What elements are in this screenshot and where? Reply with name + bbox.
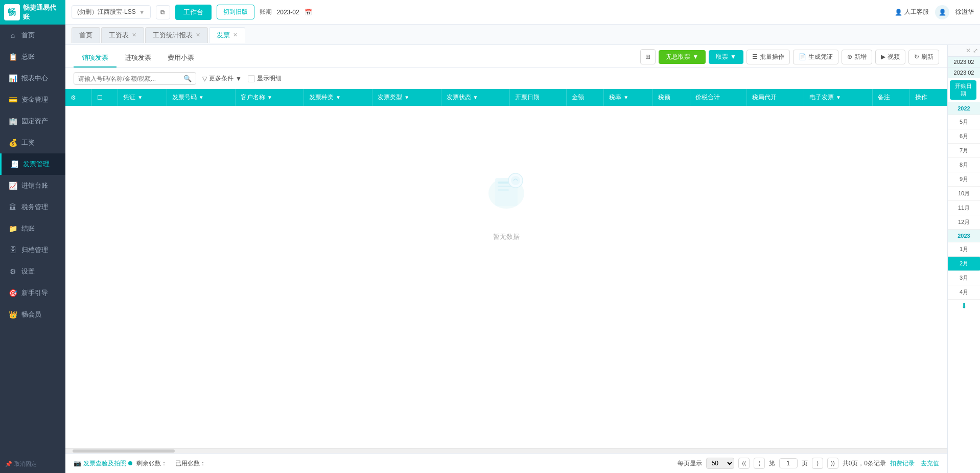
sidebar-item-member[interactable]: 👑 畅会员 [0,304,65,325]
month-2023-01[interactable]: 1月 [948,242,980,257]
sidebar-item-invoice[interactable]: 🧾 发票管理 [0,153,65,175]
col-invoice-type[interactable]: 发票种类▼ [304,89,372,106]
switch-version-button[interactable]: 切到旧版 [217,5,254,19]
first-page-button[interactable]: ⟨⟨ [738,458,750,469]
topbar-right: 👤 人工客服 👤 徐溢华 [895,5,974,19]
col-invoice-no[interactable]: 发票号码▼ [167,89,235,106]
assets-icon: 🏢 [8,117,17,125]
grid-settings-button[interactable]: ⊞ [640,49,656,64]
deduct-record-link[interactable]: 扣费记录 [890,459,915,468]
sidebar-item-ledger[interactable]: 📋 总账 [0,46,65,67]
sidebar-item-close[interactable]: 📁 结账 [0,218,65,239]
more-conditions-button[interactable]: ▽ 更多条件 ▼ [202,74,242,83]
col-checkbox[interactable]: ☐ [91,89,118,106]
horizontal-scrollbar[interactable] [65,448,947,453]
sidebar-item-funds[interactable]: 💳 资金管理 [0,89,65,110]
empty-state: 暂无数据 [65,106,947,300]
col-invoice-category[interactable]: 发票类型▼ [372,89,441,106]
gen-voucher-label: 生成凭证 [808,53,833,61]
sub-tab-sales[interactable]: 销项发票 [74,49,116,67]
check-icon: 📷 [74,460,81,467]
month-2022-07[interactable]: 7月 [948,144,980,158]
invoice-table-wrap: ⚙ ☐ 凭证▼ 发票号码▼ 客户名称▼ 发票种类▼ 发票类型▼ 发票状态▼ 开票… [65,89,947,448]
home-icon: ⌂ [8,31,17,39]
sidebar-item-label: 新手引导 [21,288,48,298]
sidebar-item-archive[interactable]: 🗄 归档管理 [0,239,65,261]
next-page-button[interactable]: ⟩ [812,458,823,469]
refresh-button[interactable]: ↻ 刷新 [908,50,939,64]
show-detail-checkbox[interactable] [248,75,255,82]
batch-op-button[interactable]: ☰ 批量操作 [746,50,790,64]
last-page-button[interactable]: ⟩⟩ [827,458,838,469]
month-2022-12[interactable]: 12月 [948,215,980,230]
month-2023-04[interactable]: 4月 [948,285,980,300]
page-input[interactable] [779,458,798,468]
sidebar-item-home[interactable]: ⌂ 首页 [0,25,65,46]
date-scroll-down-icon[interactable]: ⬇ [961,302,967,310]
month-2023-02[interactable]: 2月 [948,257,980,271]
col-customer[interactable]: 客户名称▼ [235,89,304,106]
month-2022-05[interactable]: 5月 [948,115,980,129]
video-button[interactable]: ▶ 视频 [875,50,905,64]
col-settings[interactable]: ⚙ [65,89,91,106]
month-2022-11[interactable]: 11月 [948,201,980,215]
tab-payroll-label: 工资表 [109,31,129,40]
sidebar-item-payroll[interactable]: 💰 工资 [0,132,65,153]
no-ticket-button[interactable]: 无总取票 ▼ [659,50,706,64]
search-box[interactable]: 🔍 [74,72,196,85]
tab-invoice[interactable]: 发票 ✕ [209,27,245,43]
filter-bar: 🔍 ▽ 更多条件 ▼ 显示明细 [65,68,947,89]
invoice-check-button[interactable]: 📷 发票查验及拍照 [74,459,132,468]
svg-point-6 [511,176,520,185]
sub-tab-purchase[interactable]: 进项发票 [116,49,159,67]
sidebar-item-label: 总账 [21,52,35,61]
month-2023-03[interactable]: 3月 [948,271,980,285]
reports-icon: 📊 [8,74,17,82]
prev-page-button[interactable]: ⟨ [754,458,765,469]
workbench-button[interactable]: 工作台 [175,5,212,20]
new-button[interactable]: ⊕ 新增 [842,50,872,64]
col-status[interactable]: 发票状态▼ [441,89,509,106]
col-electronic[interactable]: 电子发票▼ [804,89,872,106]
per-page-select[interactable]: 50 20 100 [706,458,734,469]
recharge-link[interactable]: 去充值 [921,459,939,468]
tab-invoice-close[interactable]: ✕ [233,32,238,38]
date-period-1: 2023.02 [948,57,980,67]
tab-payroll[interactable]: 工资表 ✕ [101,27,144,43]
date-panel-close-icon[interactable]: ✕ [966,47,971,54]
tab-payroll-stats[interactable]: 工资统计报表 ✕ [145,27,208,43]
tab-payroll-stats-close[interactable]: ✕ [196,32,200,38]
sidebar-footer[interactable]: 📌 取消固定 [0,455,65,473]
refresh-icon: ↻ [914,53,919,60]
gen-voucher-button[interactable]: 📄 生成凭证 [793,50,838,64]
month-2022-10[interactable]: 10月 [948,187,980,201]
tax-icon: 🏛 [8,203,17,211]
invoice-icon: 🧾 [10,160,19,168]
col-tax-rate[interactable]: 税率▼ [604,89,652,106]
sidebar-item-tax[interactable]: 🏛 税务管理 [0,196,65,218]
username[interactable]: 徐溢华 [955,8,974,16]
date-panel-expand-icon[interactable]: ⤢ [973,47,978,54]
period-icon[interactable]: 📅 [305,9,312,16]
company-selector[interactable]: (勿删）江西股宝-LSS ▼ [72,5,151,19]
col-voucher[interactable]: 凭证▼ [118,89,167,106]
month-2022-08[interactable]: 8月 [948,158,980,172]
open-period-button[interactable]: 开账日期 [950,80,976,100]
sidebar-item-settings[interactable]: ⚙ 设置 [0,261,65,282]
tab-home[interactable]: 首页 [72,27,100,43]
sidebar-item-reports[interactable]: 📊 报表中心 [0,67,65,89]
sidebar-item-sales[interactable]: 📈 进销台账 [0,175,65,196]
get-ticket-button[interactable]: 取票 ▼ [709,50,743,64]
sub-tab-receipt[interactable]: 费用小票 [159,49,202,67]
sidebar-item-guide[interactable]: 🎯 新手引导 [0,282,65,304]
month-2022-09[interactable]: 9月 [948,172,980,187]
show-detail-checkbox-area[interactable]: 显示明细 [248,74,282,83]
search-icon[interactable]: 🔍 [183,75,192,82]
copy-button[interactable]: ⧉ [156,5,170,19]
tab-payroll-close[interactable]: ✕ [132,32,136,38]
month-2022-06[interactable]: 6月 [948,129,980,144]
service-button[interactable]: 👤 人工客服 [895,8,929,16]
search-input[interactable] [78,75,180,82]
sidebar-item-assets[interactable]: 🏢 固定资产 [0,110,65,132]
gen-voucher-icon: 📄 [799,53,806,60]
